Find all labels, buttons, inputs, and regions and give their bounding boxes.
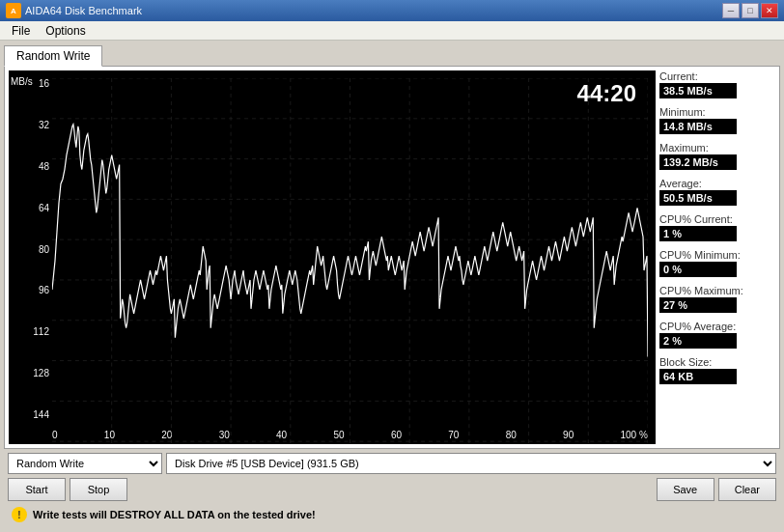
cpu-minimum-label: CPU% Minimum: (659, 249, 775, 261)
maximum-label: Maximum: (659, 142, 775, 154)
cpu-maximum-stat: CPU% Maximum: 27 % (659, 285, 775, 313)
app-icon: A (6, 3, 21, 18)
block-size-stat: Block Size: 64 KB (659, 356, 775, 384)
chart-area: MB/s 144 128 112 96 80 64 48 32 16 44:20… (9, 70, 656, 444)
minimum-value: 14.8 MB/s (659, 119, 737, 134)
cpu-average-stat: CPU% Average: 2 % (659, 321, 775, 349)
average-label: Average: (659, 178, 775, 189)
maximize-button[interactable]: □ (742, 3, 759, 18)
title-bar: A AIDA64 Disk Benchmark ─ □ ✕ (0, 0, 784, 21)
start-button[interactable]: Start (8, 478, 66, 501)
cpu-minimum-value: 0 % (659, 262, 737, 277)
cpu-minimum-stat: CPU% Minimum: 0 % (659, 249, 775, 277)
cpu-maximum-value: 27 % (659, 297, 737, 313)
maximum-value: 139.2 MB/s (659, 154, 737, 170)
control-row1: Random Write Sequential Read Sequential … (8, 453, 776, 474)
current-label: Current: (659, 70, 775, 82)
warning-icon: ! (12, 507, 27, 522)
save-button[interactable]: Save (657, 478, 714, 501)
disk-chart (52, 78, 648, 443)
menu-item-file[interactable]: File (4, 23, 38, 39)
close-button[interactable]: ✕ (761, 3, 778, 18)
window-title: AIDA64 Disk Benchmark (25, 5, 142, 16)
average-value: 50.5 MB/s (659, 190, 737, 206)
menu-bar: File Options (0, 21, 784, 41)
warning-text: Write tests will DESTROY ALL DATA on the… (33, 509, 316, 520)
test-select[interactable]: Random Write Sequential Read Sequential … (8, 453, 162, 474)
maximum-stat: Maximum: 139.2 MB/s (659, 142, 775, 170)
minimum-stat: Minimum: 14.8 MB/s (659, 106, 775, 134)
current-value: 38.5 MB/s (659, 83, 737, 98)
block-size-value: 64 KB (659, 369, 737, 384)
cpu-current-label: CPU% Current: (659, 213, 775, 225)
minimize-button[interactable]: ─ (722, 3, 740, 18)
menu-item-options[interactable]: Options (38, 23, 93, 39)
y-axis: 144 128 112 96 80 64 48 32 16 (11, 78, 49, 420)
current-stat: Current: 38.5 MB/s (659, 70, 775, 98)
drive-select[interactable]: Disk Drive #5 [USB Device] (931.5 GB) (166, 453, 776, 474)
cpu-average-label: CPU% Average: (659, 321, 775, 332)
control-row2: Start Stop Save Clear (8, 478, 776, 501)
average-stat: Average: 50.5 MB/s (659, 178, 775, 206)
clear-button[interactable]: Clear (718, 478, 776, 501)
tab-random-write[interactable]: Random Write (4, 45, 102, 67)
block-size-label: Block Size: (659, 356, 775, 368)
cpu-maximum-label: CPU% Maximum: (659, 285, 775, 296)
cpu-average-value: 2 % (659, 333, 737, 349)
minimum-label: Minimum: (659, 106, 775, 118)
cpu-current-stat: CPU% Current: 1 % (659, 213, 775, 241)
stats-panel: Current: 38.5 MB/s Minimum: 14.8 MB/s Ma… (659, 70, 775, 444)
warning-row: ! Write tests will DESTROY ALL DATA on t… (8, 505, 776, 524)
cpu-current-value: 1 % (659, 226, 737, 241)
stop-button[interactable]: Stop (70, 478, 127, 501)
